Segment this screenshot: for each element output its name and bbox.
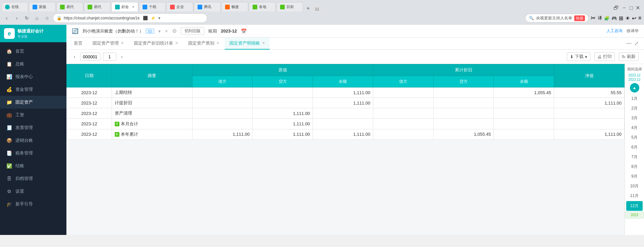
restore-window-btn[interactable]: 🗗 xyxy=(613,5,619,11)
game-btn[interactable]: 🎮 xyxy=(611,16,617,21)
period-month-2[interactable]: 2月 xyxy=(625,104,644,113)
sidebar-item-payroll[interactable]: 💼 工资 xyxy=(0,109,66,121)
tab-depreciation-stats[interactable]: 固定资产折旧统计表 ✕ xyxy=(129,38,183,50)
back-btn[interactable]: ‹ xyxy=(3,14,11,22)
sidebar-item-label: 总账 xyxy=(15,61,24,67)
row-acc-debit xyxy=(373,87,433,98)
browser-tab-online[interactable]: 在线 xyxy=(1,2,28,11)
sidebar-item-reports[interactable]: 📊 报表中心 xyxy=(0,70,66,83)
close-window-btn[interactable]: ✕ xyxy=(636,5,640,11)
dropdown-account-icon[interactable]: ▾ xyxy=(158,28,161,34)
tab-category[interactable]: 固定资产类别 ✕ xyxy=(183,38,224,50)
page-num-input[interactable] xyxy=(103,53,116,61)
scroll-up-btn[interactable]: ▲ xyxy=(630,83,639,92)
prev-page-btn[interactable]: ‹ xyxy=(72,53,77,60)
ledger-table: 日期 摘要 原值 累计折旧 净值 借方 贷方 余额 借方 贷方 余额 xyxy=(66,64,625,140)
browser-tab-hj[interactable]: 好会 ✕ xyxy=(111,2,138,11)
fixed-assets-icon: 📁 xyxy=(6,99,12,105)
translate-btn[interactable]: 译 xyxy=(598,15,602,21)
page-code-input[interactable] xyxy=(80,53,100,61)
sidebar-item-settle[interactable]: ✅ 结账 xyxy=(0,160,66,172)
tab-close-icon[interactable]: ✕ xyxy=(175,41,178,45)
settings-gear-icon[interactable]: ⚙ xyxy=(172,28,177,34)
sidebar-item-funds[interactable]: 💰 资金管理 xyxy=(0,83,66,96)
sidebar-item-label: 发票管理 xyxy=(15,125,33,131)
sidebar-item-stock[interactable]: 📦 进销台账 xyxy=(0,134,66,147)
sidebar-item-guide[interactable]: 🎓 新手引导 xyxy=(0,198,66,210)
browser-tab-gd[interactable]: 各地 xyxy=(249,2,276,11)
period-month-1[interactable]: 1月 xyxy=(625,94,644,104)
tab-close-icon[interactable]: ✕ xyxy=(132,5,135,9)
sidebar-item-fixed-assets[interactable]: 📁 固定资产 xyxy=(0,96,66,109)
browser-tab-gs[interactable]: 个税 xyxy=(139,2,166,11)
period-month-10[interactable]: 10月 xyxy=(625,181,644,191)
menu-btn[interactable]: ≡ xyxy=(638,15,641,21)
tab-home[interactable]: 首页 xyxy=(69,38,87,50)
sidebar-item-tax[interactable]: 📑 税务管理 xyxy=(0,147,66,160)
reload-btn[interactable]: ↻ xyxy=(23,14,31,22)
browser-tab-qy[interactable]: 企业 xyxy=(166,2,193,11)
browser-tab-new[interactable]: 新版 xyxy=(29,2,56,11)
extension-btn[interactable]: 🧩 xyxy=(604,16,609,21)
search-box[interactable]: 🔍 央视更新主持人名单 热搜 xyxy=(525,14,589,22)
period-month-3[interactable]: 3月 xyxy=(625,113,644,123)
sidebar-item-invoice[interactable]: 🧾 发票管理 xyxy=(0,121,66,134)
tab-detail-account[interactable]: 固定资产明细账 ✕ xyxy=(225,38,270,50)
browser-tab-mq[interactable]: 目前 xyxy=(276,2,303,11)
main-content: 日期 摘要 原值 累计折旧 净值 借方 贷方 余额 借方 贷方 余额 xyxy=(66,64,644,235)
sidebar-item-ledger[interactable]: 📋 总账 xyxy=(0,58,66,70)
bookmark-btn[interactable]: ☆ xyxy=(43,14,51,22)
minimize-btn[interactable]: － xyxy=(622,4,627,11)
period-month-8[interactable]: 8月 xyxy=(625,162,644,172)
tab-label: 首页 xyxy=(74,40,83,46)
refresh-btn[interactable]: ↻ 刷新 xyxy=(619,52,639,61)
sun-icon[interactable]: ☀ xyxy=(625,15,630,21)
settle-icon: ✅ xyxy=(6,163,12,169)
browser-tab-tx[interactable]: 腾讯 xyxy=(194,2,221,11)
tab-icon xyxy=(115,5,120,9)
home-btn[interactable]: ⌂ xyxy=(33,14,41,22)
calendar-icon[interactable]: 📅 xyxy=(241,28,247,34)
row-acc-balance xyxy=(494,119,554,129)
service-btn[interactable]: 人工咨询 xyxy=(606,28,623,34)
sidebar-item-settings[interactable]: ⚙ 设置 xyxy=(0,185,66,198)
period-month-4[interactable]: 4月 xyxy=(625,123,644,133)
tab-close-icon[interactable]: ✕ xyxy=(262,41,265,45)
row-summary: 资产清理 xyxy=(112,108,192,119)
tax-icon: 📑 xyxy=(6,150,12,156)
browser-tab-cj[interactable]: 畅捷 xyxy=(221,2,248,11)
browser-tab-yd2[interactable]: 易代 xyxy=(84,2,111,11)
grid-icon[interactable]: ⊞ xyxy=(619,15,623,21)
expand-panel-icon[interactable]: ⤢ xyxy=(634,40,639,47)
sidebar: e 畅捷通好会计 专业版 🏠 首页 📋 总账 📊 报表中心 💰 资金管理 xyxy=(0,25,66,235)
period-month-11[interactable]: 11月 xyxy=(625,191,644,201)
scissors-icon[interactable]: ✂ xyxy=(591,14,596,22)
minimize-panel-icon[interactable]: — xyxy=(626,40,632,47)
period-month-5[interactable]: 5月 xyxy=(625,133,644,142)
period-month-9[interactable]: 9月 xyxy=(625,172,644,181)
user-btn[interactable]: 徐译华 xyxy=(627,28,639,34)
period-month-6[interactable]: 6月 xyxy=(625,142,644,152)
period-month-7[interactable]: 7月 xyxy=(625,152,644,162)
sidebar-item-home[interactable]: 🏠 首页 xyxy=(0,45,66,58)
period-month-12[interactable]: 12月 xyxy=(626,201,643,211)
browser-tab-yd1[interactable]: 易代 xyxy=(56,2,83,11)
download-btn[interactable]: ⬇ 下载 ▾ xyxy=(567,52,590,61)
add-account-icon[interactable]: + xyxy=(165,28,168,34)
history-btn[interactable]: ↩ xyxy=(632,15,636,21)
switch-version-btn[interactable]: 切到旧版 xyxy=(181,27,204,35)
yearly-icon: 年 xyxy=(115,132,119,137)
tab-fixed-assets-mgmt[interactable]: 固定资产管理 ✕ xyxy=(88,38,128,50)
dropdown-icon[interactable]: ▾ xyxy=(158,16,160,20)
tab-close-icon[interactable]: ✕ xyxy=(121,41,124,45)
th-orig-balance: 余额 xyxy=(313,76,373,87)
print-btn[interactable]: 🖨 打印 xyxy=(594,52,615,61)
forward-btn[interactable]: › xyxy=(13,14,21,22)
address-bar[interactable]: 🔒 https://cloud.chanjet.com/accounting/u… xyxy=(53,13,207,23)
new-tab-btn[interactable]: + xyxy=(304,5,312,11)
maximize-btn[interactable]: □ xyxy=(630,5,633,11)
next-page-btn[interactable]: › xyxy=(119,53,125,60)
tab-close-icon[interactable]: ✕ xyxy=(216,41,219,45)
sidebar-item-archive[interactable]: 🗄 归档管理 xyxy=(0,172,66,185)
secure-icon: 🔒 xyxy=(57,16,62,20)
